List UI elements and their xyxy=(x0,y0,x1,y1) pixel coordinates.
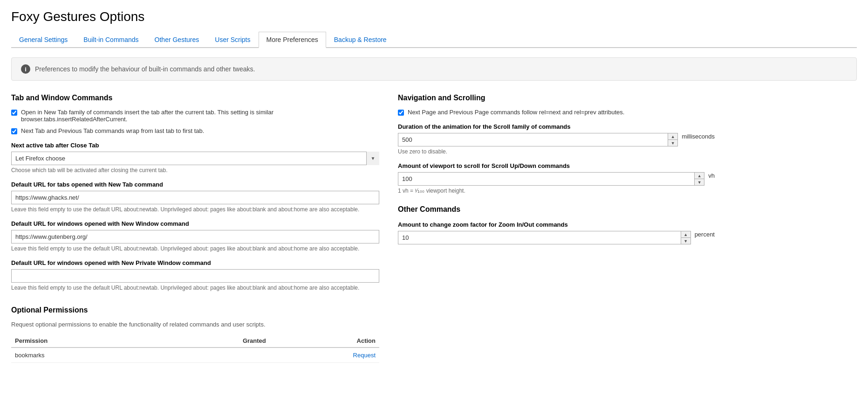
duration-label: Duration of the animation for the Scroll… xyxy=(398,123,715,130)
default-newwin-input[interactable] xyxy=(11,230,379,243)
checkbox-row-1: Open in New Tab family of commands inser… xyxy=(11,109,379,123)
viewport-down-button[interactable]: ▼ xyxy=(695,179,704,185)
nav-scroll-title: Navigation and Scrolling xyxy=(398,94,715,102)
zoom-row: ▲ ▼ percent xyxy=(398,231,715,244)
tab-backup[interactable]: Backup & Restore xyxy=(326,32,395,48)
default-newtab-label: Default URL for tabs opened with New Tab… xyxy=(11,181,379,188)
viewport-up-button[interactable]: ▲ xyxy=(695,173,704,179)
viewport-label: Amount of viewport to scroll for Scroll … xyxy=(398,162,715,169)
next-active-select-wrapper: Let Firefox choose Previous tab Next tab… xyxy=(11,152,379,165)
zoom-spinners: ▲ ▼ xyxy=(681,231,690,244)
rel-next-prev-label: Next Page and Previous Page commands fol… xyxy=(408,109,624,116)
zoom-unit: percent xyxy=(695,231,715,244)
duration-input-wrapper: ▲ ▼ xyxy=(398,133,678,146)
permissions-title: Optional Permissions xyxy=(11,306,379,314)
duration-down-button[interactable]: ▼ xyxy=(668,140,677,146)
default-private-input[interactable] xyxy=(11,269,379,283)
duration-unit: milliseconds xyxy=(682,133,715,146)
duration-spinners: ▲ ▼ xyxy=(668,133,677,146)
viewport-row: ▲ ▼ vh xyxy=(398,172,715,186)
default-newtab-input[interactable] xyxy=(11,191,379,204)
table-row: bookmarks Request xyxy=(11,347,379,363)
rel-next-prev-checkbox[interactable] xyxy=(398,110,404,116)
nav-checkbox-row: Next Page and Previous Page commands fol… xyxy=(398,109,715,116)
tab-userscripts[interactable]: User Scripts xyxy=(207,32,258,48)
banner-text: Preferences to modify the behaviour of b… xyxy=(35,65,255,73)
duration-row: ▲ ▼ milliseconds xyxy=(398,133,715,146)
page-title: Foxy Gestures Options xyxy=(11,9,857,24)
permission-granted xyxy=(157,347,269,363)
permissions-table: Permission Granted Action bookmarks Requ… xyxy=(11,334,379,363)
tab-more[interactable]: More Preferences xyxy=(259,32,326,48)
tab-builtin[interactable]: Built-in Commands xyxy=(75,32,146,48)
viewport-hint: 1 vh = ¹⁄₁₀₀ viewport height. xyxy=(398,188,715,194)
duration-input[interactable] xyxy=(398,133,668,146)
default-newtab-hint: Leave this field empty to use the defaul… xyxy=(11,206,379,213)
permission-name: bookmarks xyxy=(11,347,157,363)
tab-window-section-title: Tab and Window Commands xyxy=(11,94,379,102)
zoom-input-wrapper: ▲ ▼ xyxy=(398,231,691,244)
other-commands-section: Other Commands Amount to change zoom fac… xyxy=(398,205,715,244)
next-active-select[interactable]: Let Firefox choose Previous tab Next tab xyxy=(11,152,379,165)
zoom-up-button[interactable]: ▲ xyxy=(681,231,690,238)
col-header-permission: Permission xyxy=(11,334,157,347)
next-active-hint: Choose which tab will be activated after… xyxy=(11,167,379,174)
request-link[interactable]: Request xyxy=(353,352,376,359)
main-content: Tab and Window Commands Open in New Tab … xyxy=(11,94,857,363)
info-banner: i Preferences to modify the behaviour of… xyxy=(11,57,857,81)
tabs-nav: General Settings Built-in Commands Other… xyxy=(11,32,857,48)
default-newwin-label: Default URL for windows opened with New … xyxy=(11,220,379,227)
left-column: Tab and Window Commands Open in New Tab … xyxy=(11,94,379,363)
permissions-desc: Request optional permissions to enable t… xyxy=(11,321,379,328)
default-private-hint: Leave this field empty to use the defaul… xyxy=(11,285,379,291)
zoom-down-button[interactable]: ▼ xyxy=(681,238,690,244)
insert-after-current-label: Open in New Tab family of commands inser… xyxy=(21,109,379,123)
default-newwin-hint: Leave this field empty to use the defaul… xyxy=(11,245,379,252)
wrap-tabs-label: Next Tab and Previous Tab commands wrap … xyxy=(21,127,204,134)
duration-hint: Use zero to disable. xyxy=(398,148,715,155)
zoom-label: Amount to change zoom factor for Zoom In… xyxy=(398,221,715,228)
other-commands-title: Other Commands xyxy=(398,205,715,214)
col-header-action: Action xyxy=(270,334,379,347)
wrap-tabs-checkbox[interactable] xyxy=(11,128,17,134)
optional-permissions-section: Optional Permissions Request optional pe… xyxy=(11,306,379,363)
viewport-input-wrapper: ▲ ▼ xyxy=(398,172,704,186)
viewport-spinners: ▲ ▼ xyxy=(694,173,704,185)
insert-after-current-checkbox[interactable] xyxy=(11,110,17,116)
next-active-label: Next active tab after Close Tab xyxy=(11,142,379,149)
right-column: Navigation and Scrolling Next Page and P… xyxy=(398,94,715,363)
default-private-label: Default URL for windows opened with New … xyxy=(11,259,379,266)
duration-up-button[interactable]: ▲ xyxy=(668,133,677,140)
viewport-unit: vh xyxy=(708,172,715,186)
zoom-input[interactable] xyxy=(398,231,681,244)
info-icon: i xyxy=(21,64,30,74)
permission-action: Request xyxy=(270,347,379,363)
checkbox-row-2: Next Tab and Previous Tab commands wrap … xyxy=(11,127,379,134)
col-header-granted: Granted xyxy=(157,334,269,347)
tab-other[interactable]: Other Gestures xyxy=(147,32,207,48)
tab-general[interactable]: General Settings xyxy=(11,32,75,48)
viewport-input[interactable] xyxy=(398,173,694,185)
